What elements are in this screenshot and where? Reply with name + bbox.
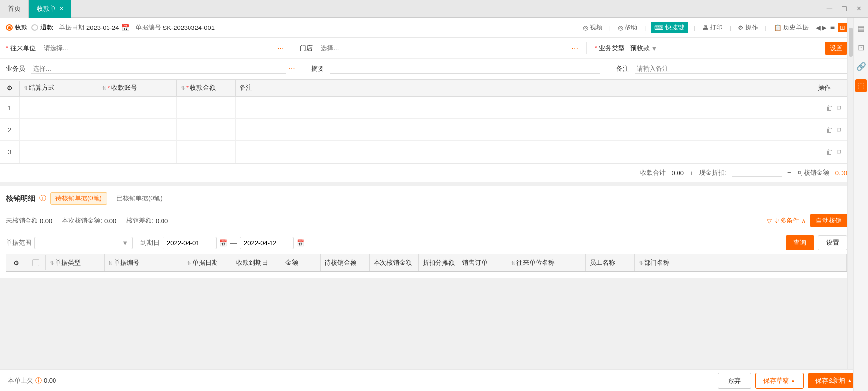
row-1-settle[interactable] — [20, 97, 98, 118]
radio-return[interactable]: 退款 — [31, 23, 53, 32]
row-2-account[interactable] — [98, 119, 177, 140]
bth-type-sort[interactable]: ⇅ — [50, 260, 54, 266]
done-tab[interactable]: 已核销单据(0笔) — [111, 192, 168, 205]
sidebar-link-icon[interactable]: 🔗 — [854, 60, 868, 73]
sidebar-table-icon[interactable]: ▤ — [855, 22, 867, 35]
bth-date-sort[interactable]: ⇅ — [187, 260, 191, 266]
summary-input[interactable] — [330, 64, 600, 74]
close-button[interactable]: × — [854, 3, 864, 14]
filter-settings-button[interactable]: 设置 — [818, 235, 847, 250]
sidebar-report-icon[interactable]: ⊡ — [856, 41, 866, 54]
row-2-note[interactable] — [236, 119, 814, 140]
row-2-copy-btn[interactable]: ⧉ — [837, 126, 841, 134]
row-3-amount[interactable] — [177, 141, 236, 163]
row-1-delete-btn[interactable]: 🗑 — [826, 104, 833, 112]
th-settings[interactable]: ⚙ — [0, 81, 20, 96]
bth-dept-label: 部门名称 — [644, 258, 670, 267]
remark-input[interactable] — [635, 64, 847, 74]
query-button[interactable]: 查询 — [786, 235, 814, 250]
bth-type-label: 单据类型 — [55, 258, 81, 267]
row-2-settle[interactable] — [20, 119, 98, 140]
print-btn[interactable]: 🖶 打印 — [700, 22, 725, 33]
list-view-btn[interactable]: ≡ — [830, 23, 835, 32]
th-settle-sort-icon[interactable]: ⇅ — [24, 85, 27, 91]
grid-view-btn[interactable]: ⊞ — [838, 23, 847, 32]
info-icon[interactable]: ⓘ — [39, 194, 46, 203]
row-1-note[interactable] — [236, 97, 814, 118]
bth-sales: 销售订单 — [458, 254, 507, 271]
save-new-button[interactable]: 保存&新增 ▲ — [808, 373, 860, 388]
sidebar-expand-icon[interactable]: ⬚ — [855, 79, 867, 92]
video-btn[interactable]: ◎ 视频 — [581, 22, 604, 33]
from-unit-input[interactable] — [42, 43, 275, 53]
bth-sn-label: 单据编号 — [114, 258, 139, 267]
row-1-account[interactable] — [98, 97, 177, 118]
next-arrow[interactable]: ▶ — [822, 24, 827, 31]
history-btn[interactable]: 📋 历史单据 — [772, 22, 811, 33]
verification-title: 核销明细 — [6, 194, 35, 203]
row-1-copy-btn[interactable]: ⧉ — [837, 104, 841, 112]
th-account-sort-icon[interactable]: ⇅ — [102, 85, 106, 91]
help-btn[interactable]: ◎ 帮助 — [616, 22, 639, 33]
from-unit-more-icon[interactable]: ··· — [277, 44, 284, 53]
shortcut-btn[interactable]: ⌨ 快捷键 — [651, 22, 688, 33]
scrollbar-thumb[interactable] — [849, 28, 853, 57]
staff-input[interactable] — [31, 64, 286, 74]
toolbar-actions: ◎ 视频 | ◎ 帮助 | ⌨ 快捷键 | 🖶 打印 | ⚙ 操作 — [581, 22, 847, 33]
row-3-account[interactable] — [98, 141, 177, 163]
more-conditions-btn[interactable]: ▽ 更多条件 ∧ — [767, 216, 806, 225]
tab-home[interactable]: 首页 — [0, 0, 29, 18]
tab-close-icon[interactable]: × — [60, 5, 63, 12]
bth-settings[interactable]: ⚙ — [6, 255, 26, 271]
row-3-note[interactable] — [236, 141, 814, 163]
scrollbar-area[interactable] — [847, 18, 853, 369]
plus-sign: + — [690, 169, 694, 177]
row-3-copy-btn[interactable]: ⧉ — [837, 148, 841, 156]
store-more-icon[interactable]: ··· — [572, 44, 578, 53]
select-all-checkbox[interactable] — [32, 259, 39, 266]
bth-sn: ⇅ 单据编号 — [105, 254, 183, 271]
bottom-info-icon[interactable]: ⓘ — [35, 376, 42, 385]
staff-more-icon[interactable]: ··· — [288, 64, 295, 73]
date-from-input[interactable] — [163, 237, 217, 249]
row-2-delete-btn[interactable]: 🗑 — [826, 126, 833, 134]
row-3-delete-btn[interactable]: 🗑 — [826, 148, 833, 156]
range-select[interactable]: ▼ — [34, 237, 133, 249]
bth-sn-sort[interactable]: ⇅ — [108, 260, 112, 266]
tab-current[interactable]: 收款单 × — [29, 0, 71, 18]
pending-tab[interactable]: 待核销单据(0笔) — [50, 192, 107, 205]
prev-arrow[interactable]: ◀ — [815, 24, 821, 31]
total-value: 0.00 — [672, 169, 684, 177]
row-3-settle[interactable] — [20, 141, 98, 163]
business-type-select[interactable]: 预收款 ▼ — [630, 44, 658, 53]
th-amount-sort-icon[interactable]: ⇅ — [181, 85, 185, 91]
discard-button[interactable]: 放弃 — [718, 373, 751, 389]
row-1-amount[interactable] — [177, 97, 236, 118]
bth-dept-sort[interactable]: ⇅ — [639, 260, 643, 266]
bth-from-sort[interactable]: ⇅ — [511, 260, 515, 266]
discount-input[interactable] — [732, 169, 782, 177]
minimize-button[interactable]: ─ — [824, 3, 835, 14]
cal-to-icon[interactable]: 📅 — [297, 239, 304, 247]
net-label: 可核销金额 — [797, 168, 829, 177]
this-verify-value: 0.00 — [104, 217, 116, 224]
auto-verify-button[interactable]: 自动核销 — [810, 214, 847, 227]
diff-value: 0.00 — [156, 217, 168, 224]
row-2-num: 2 — [0, 119, 20, 140]
maximize-button[interactable]: □ — [839, 3, 850, 14]
store-input[interactable] — [319, 43, 570, 53]
window-controls: ─ □ × — [824, 3, 868, 14]
range-label: 单据范围 — [6, 238, 31, 247]
save-draft-button[interactable]: 保存草稿 ▲ — [755, 373, 804, 389]
calendar-icon[interactable]: 📅 — [121, 24, 130, 31]
row-1-num: 1 — [0, 97, 20, 118]
help-icon: ◎ — [618, 24, 623, 31]
cal-from-icon[interactable]: 📅 — [219, 239, 227, 247]
settings-top-button[interactable]: 设置 — [825, 42, 847, 55]
equals-sign: = — [787, 169, 791, 177]
date-to-input[interactable] — [240, 237, 294, 249]
row-2-amount[interactable] — [177, 119, 236, 140]
bottom-value: 0.00 — [44, 377, 56, 384]
radio-receive[interactable]: 收款 — [6, 23, 27, 32]
operation-btn[interactable]: ⚙ 操作 — [736, 22, 760, 33]
